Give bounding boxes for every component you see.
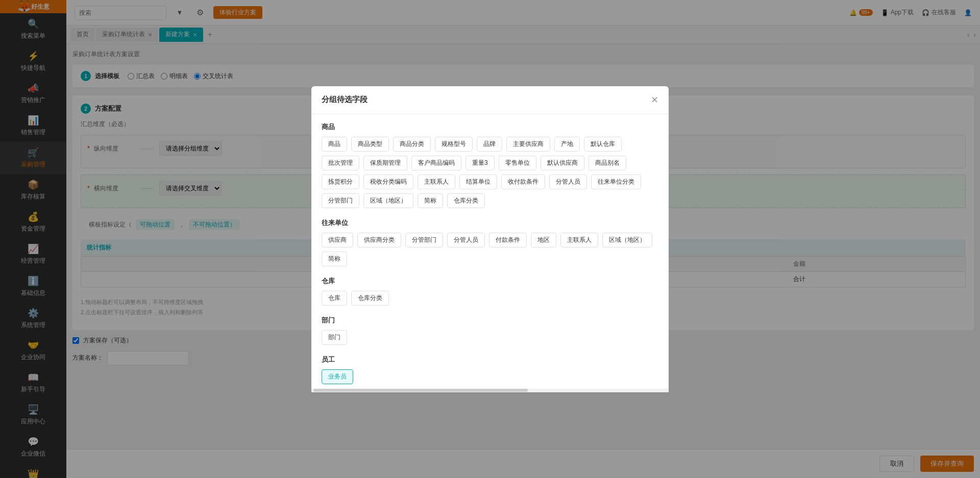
modal-hscroll[interactable] bbox=[311, 389, 669, 392]
tag-short-name[interactable]: 简称 bbox=[418, 193, 443, 208]
tag-brand[interactable]: 品牌 bbox=[477, 137, 502, 152]
employee-tags: 业务员 bbox=[322, 369, 658, 384]
tag-shelf-life[interactable]: 保质期管理 bbox=[363, 156, 407, 170]
tag-supervisor[interactable]: 分管人员 bbox=[549, 174, 587, 189]
tag-dept[interactable]: 分管部门 bbox=[322, 193, 359, 208]
modal-title: 分组待选字段 bbox=[322, 95, 368, 105]
product-tags: 商品 商品类型 商品分类 规格型号 品牌 主要供应商 产地 默认仓库 批次管理 … bbox=[322, 137, 658, 208]
tag-spec-model[interactable]: 规格型号 bbox=[435, 137, 473, 152]
dept-tags: 部门 bbox=[322, 330, 658, 345]
tag-partner-category[interactable]: 往来单位分类 bbox=[591, 174, 641, 189]
tag-warehouse-category[interactable]: 仓库分类 bbox=[447, 193, 485, 208]
tag-main-supplier[interactable]: 主要供应商 bbox=[506, 137, 550, 152]
modal-close-button[interactable]: ✕ bbox=[651, 94, 658, 106]
modal-header: 分组待选字段 ✕ bbox=[311, 86, 669, 114]
warehouse-tags: 仓库 仓库分类 bbox=[322, 291, 658, 306]
tag-payment-condition[interactable]: 付款条件 bbox=[489, 233, 527, 247]
tag-region2[interactable]: 区域（地区） bbox=[602, 233, 652, 247]
tag-product[interactable]: 商品 bbox=[322, 137, 347, 152]
tag-supplier[interactable]: 供应商 bbox=[322, 233, 353, 247]
section-title-employee: 员工 bbox=[322, 355, 658, 364]
modal-body: 商品 商品 商品类型 商品分类 规格型号 品牌 主要供应商 产地 默认仓库 批次… bbox=[311, 114, 669, 389]
modal-hscroll-bar bbox=[313, 389, 528, 392]
tag-warehouse[interactable]: 仓库 bbox=[322, 291, 347, 306]
field-section-department: 部门 部门 bbox=[322, 316, 658, 345]
tag-customer-code[interactable]: 客户商品编码 bbox=[411, 156, 461, 170]
tag-mgmt-person[interactable]: 分管人员 bbox=[447, 233, 485, 247]
partner-tags: 供应商 供应商分类 分管部门 分管人员 付款条件 地区 主联系人 区域（地区） … bbox=[322, 233, 658, 266]
section-title-dept: 部门 bbox=[322, 316, 658, 325]
tag-retail-unit[interactable]: 零售单位 bbox=[499, 156, 536, 170]
field-section-partner: 往来单位 供应商 供应商分类 分管部门 分管人员 付款条件 地区 主联系人 区域… bbox=[322, 218, 658, 266]
tag-region[interactable]: 区域（地区） bbox=[363, 193, 413, 208]
tag-weight[interactable]: 重量3 bbox=[465, 156, 495, 170]
tag-origin[interactable]: 产地 bbox=[554, 137, 580, 152]
tag-warehouse-cat[interactable]: 仓库分类 bbox=[351, 291, 389, 306]
tag-salesperson[interactable]: 业务员 bbox=[322, 369, 353, 384]
tag-pick-points[interactable]: 拣货积分 bbox=[322, 174, 359, 189]
tag-payment-terms[interactable]: 收付款条件 bbox=[501, 174, 545, 189]
tag-area[interactable]: 地区 bbox=[531, 233, 556, 247]
section-title-partner: 往来单位 bbox=[322, 218, 658, 228]
section-title-warehouse: 仓库 bbox=[322, 276, 658, 286]
tag-settlement-unit[interactable]: 结算单位 bbox=[459, 174, 497, 189]
field-section-employee: 员工 业务员 bbox=[322, 355, 658, 384]
tag-supplier-category[interactable]: 供应商分类 bbox=[357, 233, 401, 247]
tag-product-type[interactable]: 商品类型 bbox=[351, 137, 389, 152]
tag-default-warehouse[interactable]: 默认仓库 bbox=[584, 137, 622, 152]
field-section-product: 商品 商品 商品类型 商品分类 规格型号 品牌 主要供应商 产地 默认仓库 批次… bbox=[322, 122, 658, 208]
field-section-warehouse: 仓库 仓库 仓库分类 bbox=[322, 276, 658, 306]
section-title-product: 商品 bbox=[322, 122, 658, 132]
tag-batch-mgmt[interactable]: 批次管理 bbox=[322, 156, 359, 170]
tag-department[interactable]: 部门 bbox=[322, 330, 347, 345]
tag-main-contact2[interactable]: 主联系人 bbox=[560, 233, 598, 247]
tag-default-supplier[interactable]: 默认供应商 bbox=[541, 156, 584, 170]
tag-product-category[interactable]: 商品分类 bbox=[393, 137, 431, 152]
tag-product-alias[interactable]: 商品别名 bbox=[589, 156, 626, 170]
modal-overlay[interactable]: 分组待选字段 ✕ 商品 商品 商品类型 商品分类 规格型号 品牌 主要供应商 产… bbox=[0, 0, 980, 478]
modal-dialog: 分组待选字段 ✕ 商品 商品 商品类型 商品分类 规格型号 品牌 主要供应商 产… bbox=[311, 86, 669, 392]
tag-tax-code[interactable]: 税收分类编码 bbox=[363, 174, 413, 189]
tag-main-contact[interactable]: 主联系人 bbox=[418, 174, 455, 189]
tag-mgmt-dept[interactable]: 分管部门 bbox=[405, 233, 443, 247]
tag-short-name2[interactable]: 简称 bbox=[322, 251, 347, 266]
